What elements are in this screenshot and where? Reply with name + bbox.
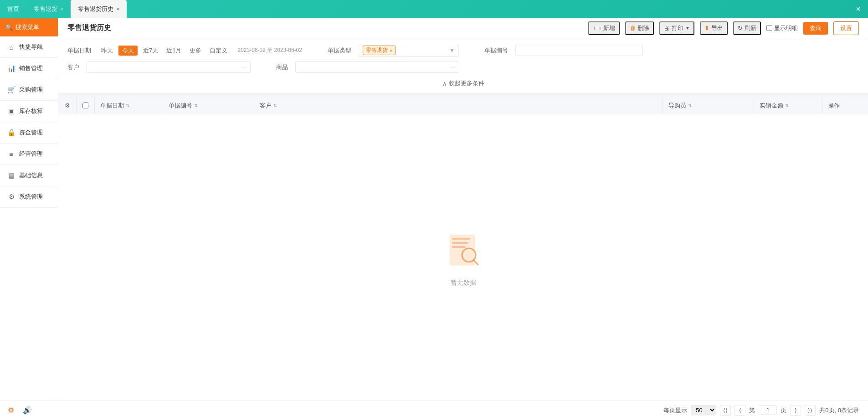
th-date: 单据日期 ⇅	[95, 97, 163, 114]
date-opt-yesterday[interactable]: 昨天	[98, 46, 116, 56]
delete-button[interactable]: 🗑 删除	[625, 21, 654, 35]
th-number: 单据编号 ⇅	[163, 97, 254, 114]
collapse-button[interactable]: ∧ 收起更多条件	[442, 79, 484, 87]
sidebar-item-system[interactable]: ⚙ 系统管理	[0, 186, 58, 208]
speaker-bottom-icon[interactable]: 🔊	[22, 405, 33, 416]
tab-home-label: 首页	[7, 5, 19, 13]
sidebar-item-operations[interactable]: ≡ 经营管理	[0, 143, 58, 165]
export-label: 导出	[711, 24, 723, 32]
sidebar-item-sales[interactable]: 📊 销售管理	[0, 58, 58, 79]
sidebar-item-inventory[interactable]: ▣ 库存核算	[0, 101, 58, 122]
date-range-display: 2023-06-02 至 2023-06-02	[237, 46, 302, 54]
search-icon: 🔍	[5, 24, 13, 31]
sidebar: 🔍 搜索菜单 ⌂ 快捷导航 📊 销售管理 🛒 采购管理 ▣ 库存核算 🔒	[0, 18, 58, 420]
doc-type-tag-value: 零售退货	[366, 46, 388, 54]
total-label: 共0页, 0条记录	[819, 406, 859, 415]
sidebar-purchase-label: 采购管理	[19, 86, 43, 94]
export-button[interactable]: ⬆ 导出	[700, 21, 728, 35]
main-layout: 🔍 搜索菜单 ⌂ 快捷导航 📊 销售管理 🛒 采购管理 ▣ 库存核算 🔒	[0, 18, 868, 420]
th-settings[interactable]: ⚙	[58, 97, 77, 114]
page-label: 第	[749, 406, 755, 415]
tab-retail-return-label: 零售退货	[34, 5, 57, 13]
th-amount-sort[interactable]: ⇅	[785, 103, 789, 108]
sidebar-item-basic-info[interactable]: ▤ 基础信息	[0, 165, 58, 186]
sidebar-item-purchase[interactable]: 🛒 采购管理	[0, 79, 58, 101]
th-customer-sort[interactable]: ⇅	[273, 103, 277, 108]
doc-type-filter[interactable]: 零售退货 × ▼	[359, 44, 459, 57]
delete-label: 删除	[637, 24, 649, 32]
customer-input[interactable]: ···	[87, 61, 251, 73]
doc-number-label: 单据编号	[484, 46, 508, 55]
date-opt-more[interactable]: 更多	[187, 46, 204, 56]
customer-ellipsis: ···	[241, 64, 247, 71]
th-date-sort[interactable]: ⇅	[126, 103, 129, 108]
doc-type-tag-close[interactable]: ×	[390, 48, 392, 53]
customer-filter-label: 客户	[67, 63, 79, 72]
finance-icon: 🔒	[7, 128, 15, 137]
home-icon: ⌂	[7, 43, 15, 51]
collapse-label: 收起更多条件	[449, 79, 484, 87]
add-button[interactable]: + + 新增	[588, 21, 620, 35]
window-close-button[interactable]: ×	[856, 5, 861, 14]
svg-rect-2	[452, 242, 468, 244]
th-checkbox[interactable]	[77, 97, 95, 114]
settings-bottom-icon[interactable]: ⚙	[5, 405, 16, 416]
per-page-select[interactable]: 10 20 50 100	[691, 405, 716, 415]
tab-home[interactable]: 首页	[0, 0, 26, 18]
th-actions: 操作	[822, 97, 868, 114]
th-guide: 导购员 ⇅	[663, 97, 754, 114]
show-detail-checkbox-label[interactable]: 显示明细	[766, 24, 798, 32]
doc-type-label: 单据类型	[328, 46, 351, 55]
query-button[interactable]: 查询	[803, 22, 828, 35]
tab-retail-return-close[interactable]: ×	[60, 6, 63, 12]
page-input[interactable]	[759, 405, 777, 415]
settings-button[interactable]: 设置	[833, 21, 859, 35]
date-opt-7days[interactable]: 近7天	[140, 46, 161, 56]
sales-icon: 📊	[7, 64, 15, 72]
refresh-label: 刷新	[745, 24, 756, 32]
doc-number-input[interactable]	[515, 45, 643, 56]
per-page-label: 每页显示	[663, 406, 687, 415]
sidebar-basic-info-label: 基础信息	[19, 171, 43, 179]
show-detail-checkbox[interactable]	[766, 25, 772, 31]
th-customer-label: 客户	[260, 102, 272, 110]
print-button[interactable]: 🖨 打印 ▼	[659, 21, 694, 35]
date-opt-custom[interactable]: 自定义	[207, 46, 230, 56]
tab-retail-return-history-label: 零售退货历史	[78, 5, 113, 13]
pagination: 每页显示 10 20 50 100 ⟨⟨ ⟨ 第 页 ⟩ ⟩⟩ 共0页, 0条记…	[58, 400, 868, 420]
th-guide-sort[interactable]: ⇅	[688, 103, 692, 108]
tab-retail-return-history-close[interactable]: ×	[116, 6, 119, 12]
basic-info-icon: ▤	[7, 171, 15, 179]
first-page-button[interactable]: ⟨⟨	[720, 405, 731, 416]
print-label: 打印	[672, 24, 683, 32]
operations-icon: ≡	[7, 150, 15, 158]
last-page-button[interactable]: ⟩⟩	[805, 405, 816, 416]
goods-filter-label: 商品	[276, 63, 288, 72]
sidebar-finance-label: 资金管理	[19, 128, 43, 137]
sidebar-system-label: 系统管理	[19, 193, 43, 201]
filter-row-2: 客户 ··· 商品 ···	[67, 61, 859, 73]
doc-type-dropdown-icon[interactable]: ▼	[449, 47, 455, 54]
date-opt-1month[interactable]: 近1月	[164, 46, 184, 56]
th-number-sort[interactable]: ⇅	[194, 103, 198, 108]
svg-point-6	[466, 252, 472, 258]
show-detail-label: 显示明细	[774, 24, 798, 32]
tab-retail-return[interactable]: 零售退货 ×	[26, 0, 71, 18]
doc-type-tag: 零售退货 ×	[363, 46, 395, 55]
header-actions: + + 新增 🗑 删除 🖨 打印 ▼ ⬆ 导出 ↻	[588, 21, 859, 35]
tab-retail-return-history[interactable]: 零售退货历史 ×	[71, 0, 127, 18]
select-all-checkbox[interactable]	[82, 102, 88, 108]
th-customer: 客户 ⇅	[254, 97, 663, 114]
inventory-icon: ▣	[7, 107, 15, 115]
table-area: ⚙ 单据日期 ⇅ 单据编号 ⇅ 客户 ⇅ 导购员 ⇅	[58, 97, 868, 420]
tab-bar: 首页 零售退货 × 零售退货历史 ×	[0, 0, 856, 18]
goods-input[interactable]: ···	[295, 61, 459, 73]
date-opt-today[interactable]: 今天	[118, 46, 138, 56]
sidebar-item-quick-nav[interactable]: ⌂ 快捷导航	[0, 36, 58, 58]
next-page-button[interactable]: ⟩	[790, 405, 801, 416]
page-title: 零售退货历史	[67, 23, 588, 33]
prev-page-button[interactable]: ⟨	[734, 405, 745, 416]
refresh-button[interactable]: ↻ 刷新	[733, 21, 761, 35]
sidebar-item-finance[interactable]: 🔒 资金管理	[0, 122, 58, 143]
sidebar-search[interactable]: 🔍 搜索菜单	[0, 18, 58, 36]
